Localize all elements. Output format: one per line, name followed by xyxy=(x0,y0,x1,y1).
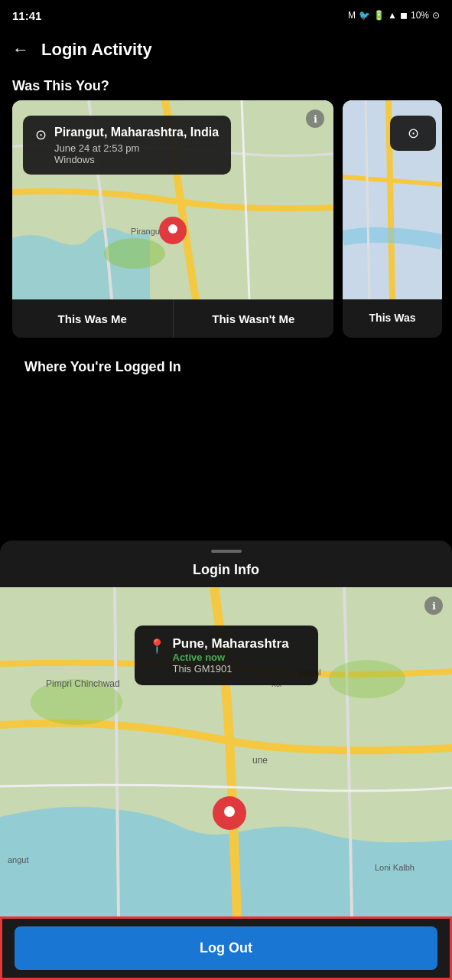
svg-text:angut: angut xyxy=(8,855,29,864)
card-buttons-1: This Was Me This Wasn't Me xyxy=(12,299,333,338)
battery-saver-icon: 🔋 xyxy=(373,10,385,21)
svg-point-8 xyxy=(329,660,405,698)
where-logged-in-section: Where You're Logged In xyxy=(0,338,452,387)
where-logged-in-title: Where You're Logged In xyxy=(12,350,440,381)
this-was-me-button[interactable]: This Was Me xyxy=(12,300,174,338)
was-this-you-section: Was This You? xyxy=(0,69,452,338)
twitter-icon: 🐦 xyxy=(359,10,370,21)
svg-point-4 xyxy=(168,224,177,234)
sheet-info-icon[interactable]: ℹ xyxy=(424,596,443,615)
this-wasnt-me-button[interactable]: This Wasn't Me xyxy=(174,300,334,338)
wifi-icon: ▲ xyxy=(388,10,397,21)
svg-point-16 xyxy=(224,806,235,817)
warning-icon-1: ⊙ xyxy=(35,126,47,143)
login-cards-row: Pirangu ℹ ⊙ Pirangut, Maharashtra, India… xyxy=(0,100,452,338)
svg-point-1 xyxy=(104,238,165,269)
sheet-handle[interactable] xyxy=(211,550,242,553)
page-header: ← Login Activity xyxy=(0,31,452,69)
signal-icon: ◼ xyxy=(400,10,408,21)
battery-icon: ⊙ xyxy=(432,10,440,21)
back-button[interactable]: ← xyxy=(12,40,29,60)
status-time: 11:41 xyxy=(12,9,41,22)
sheet-popup-city: Pune, Maharashtra xyxy=(173,636,289,652)
logout-button[interactable]: Log Out xyxy=(15,926,437,970)
sheet-popup-device: This GM1901 xyxy=(173,663,289,675)
warning-icon-2: ⊙ xyxy=(408,125,419,142)
svg-text:une: une xyxy=(252,755,268,766)
sheet-map: Pimpri Chinchwad angut Loni Kalbh ationa… xyxy=(0,587,452,916)
popup-time-1: June 24 at 2:53 pm xyxy=(54,142,219,154)
status-icons: M 🐦 🔋 ▲ ◼ 10% ⊙ xyxy=(348,10,440,21)
card-popup-1: ⊙ Pirangut, Maharashtra, India June 24 a… xyxy=(23,116,231,175)
status-bar: 11:41 M 🐦 🔋 ▲ ◼ 10% ⊙ xyxy=(0,0,452,31)
logout-container: Log Out xyxy=(0,916,452,980)
was-this-you-title: Was This You? xyxy=(0,69,452,100)
location-icon: 📍 xyxy=(148,638,165,655)
this-was-button-partial[interactable]: This Was xyxy=(343,299,442,336)
login-card-1: Pirangu ℹ ⊙ Pirangut, Maharashtra, India… xyxy=(12,100,333,338)
battery-percent: 10% xyxy=(411,10,429,21)
sheet-popup: 📍 Pune, Maharashtra Active now This GM19… xyxy=(135,626,318,685)
partial-popup: ⊙ xyxy=(390,116,436,151)
page-title: Login Activity xyxy=(41,40,152,60)
popup-location-1: Pirangut, Maharashtra, India xyxy=(54,125,219,141)
popup-text-1: Pirangut, Maharashtra, India June 24 at … xyxy=(54,125,219,165)
info-icon-1[interactable]: ℹ xyxy=(306,109,324,128)
card-map-1: Pirangu ℹ ⊙ Pirangut, Maharashtra, India… xyxy=(12,100,333,299)
svg-text:Loni Kalbh: Loni Kalbh xyxy=(375,863,415,872)
sheet-popup-active: Active now xyxy=(173,652,289,663)
gmail-icon: M xyxy=(348,10,356,21)
popup-device-1: Windows xyxy=(54,154,219,165)
svg-text:Pimpri Chinchwad: Pimpri Chinchwad xyxy=(46,678,120,689)
sheet-title: Login Info xyxy=(0,559,452,587)
svg-text:Pirangu: Pirangu xyxy=(131,227,160,236)
card-map-2: ⊙ xyxy=(343,100,442,299)
login-card-2: ⊙ This Was xyxy=(343,100,442,338)
bottom-sheet: Login Info Pimpri Chinchwad angut Loni K… xyxy=(0,541,452,980)
sheet-popup-text: Pune, Maharashtra Active now This GM1901 xyxy=(173,636,289,675)
